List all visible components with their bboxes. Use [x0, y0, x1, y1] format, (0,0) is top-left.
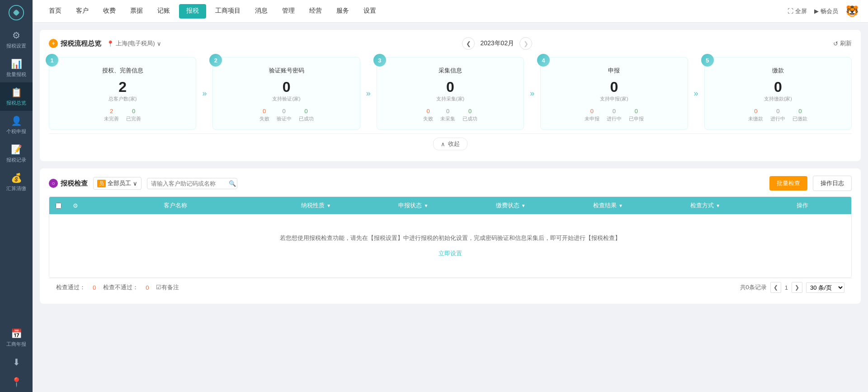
current-page: 1	[785, 284, 788, 291]
avatar[interactable]: 🐯	[845, 5, 859, 18]
play-icon: ▶	[814, 8, 819, 14]
chevron-down-icon: ∨	[157, 40, 161, 47]
sidebar-item-download[interactable]: ⬇	[0, 352, 33, 372]
pagination: 共0条记录 ❮ 1 ❯ 30 条/页 50 条/页 100 条/页	[740, 282, 844, 293]
step-1-title: 授权、完善信息	[102, 67, 143, 75]
filter-filing-icon[interactable]: ▼	[424, 203, 428, 208]
employee-filter[interactable]: 员 全部员工 ∨	[93, 177, 142, 190]
fullscreen-btn[interactable]: ⛶ 全屏	[788, 7, 807, 15]
sidebar-item-location[interactable]: 📍	[0, 372, 33, 392]
user-avatar-icon: 🐯	[845, 5, 859, 18]
pass-count[interactable]: 0	[93, 284, 96, 291]
nav-tax[interactable]: 报税	[179, 4, 206, 19]
nav-invoices[interactable]: 票据	[123, 0, 150, 23]
collapse-bar: ∧ 收起	[49, 134, 852, 154]
next-month-btn[interactable]: ❯	[519, 37, 532, 50]
tax-settings-icon: ⚙	[12, 30, 20, 41]
step-3-label: 支持采集(家)	[436, 96, 464, 102]
step-2-num: 2	[209, 54, 222, 67]
nav-billing[interactable]: 收费	[96, 0, 123, 23]
flow-date-nav: ❮ 2023年02月 ❯	[462, 37, 532, 50]
th-check-result: 检查结果 ▼	[559, 197, 656, 214]
fail-count[interactable]: 0	[146, 284, 149, 291]
sidebar-item-personal-filing[interactable]: 👤 个税申报	[0, 111, 33, 139]
sidebar-item-tax-overview[interactable]: 📋 报税总览	[0, 82, 33, 111]
nav-home[interactable]: 首页	[42, 0, 69, 23]
collapse-button[interactable]: ∧ 收起	[433, 138, 467, 150]
operation-log-button[interactable]: 操作日志	[813, 176, 852, 191]
th-operation: 操作	[754, 197, 851, 214]
flow-title: + 报税流程总览	[49, 39, 101, 48]
search-input[interactable]	[151, 180, 227, 187]
sidebar: ⚙ 报税设置 📊 批量报税 📋 报税总览 👤 个税申报 📝 报税记录 💰 汇算清…	[0, 0, 33, 392]
dropdown-chevron-icon: ∨	[133, 180, 137, 187]
nav-messages[interactable]: 消息	[248, 0, 275, 23]
main-area: 首页 客户 收费 票据 记账 报税 工商项目 消息 管理 经营 服务 设置 ⛶ …	[33, 0, 868, 392]
th-client-name: 客户名称	[84, 197, 268, 214]
th-check-method: 检查方式 ▼	[657, 197, 754, 214]
step-4-num: 4	[537, 54, 550, 67]
check-title: ○ 报税检查	[49, 179, 88, 188]
current-date: 2023年02月	[480, 39, 514, 48]
prev-month-btn[interactable]: ❮	[462, 37, 475, 50]
sidebar-item-annual-report[interactable]: 📅 工商年报	[0, 324, 33, 352]
location-pin-icon: 📍	[107, 40, 114, 47]
step-2-title: 验证账号密码	[269, 67, 304, 75]
arrow-1-2: »	[196, 57, 212, 130]
step-2-stat-2: 0 已成功	[299, 108, 314, 122]
step-5-stat-2: 0 已缴款	[793, 108, 807, 122]
arrow-2-3: »	[360, 57, 377, 130]
per-page-select[interactable]: 30 条/页 50 条/页 100 条/页	[806, 282, 844, 293]
nav-operations[interactable]: 经营	[302, 0, 329, 23]
next-page-btn[interactable]: ❯	[792, 282, 802, 293]
step-3-stat-0: 0 失败	[423, 108, 433, 122]
sidebar-item-reconciliation[interactable]: 💰 汇算清缴	[0, 168, 33, 196]
step-1-stat-0: 2 未完善	[104, 108, 119, 122]
setup-link[interactable]: 立即设置	[439, 250, 462, 257]
nav-services[interactable]: 服务	[329, 0, 356, 23]
sidebar-item-tax-settings[interactable]: ⚙ 报税设置	[0, 25, 33, 54]
location-icon: 📍	[11, 377, 22, 387]
step-5-label: 支持缴款(家)	[764, 96, 792, 102]
step-3-title: 采集信息	[439, 67, 462, 75]
topnav-right: ⛶ 全屏 ▶ 畅会员 🐯	[788, 5, 859, 18]
nav-accounting[interactable]: 记账	[150, 0, 177, 23]
filter-result-icon[interactable]: ▼	[618, 203, 623, 208]
gear-icon[interactable]: ⚙	[73, 202, 78, 209]
batch-check-button[interactable]: 批量检查	[769, 176, 807, 191]
sidebar-item-tax-records[interactable]: 📝 报税记录	[0, 139, 33, 168]
select-all-checkbox[interactable]	[56, 203, 61, 209]
filter-payment-icon[interactable]: ▼	[521, 203, 526, 208]
refresh-button[interactable]: ↺ 刷新	[833, 39, 852, 48]
collapse-icon: ∧	[441, 141, 445, 148]
flow-location[interactable]: 📍 上海(电子税局) ∨	[107, 39, 161, 48]
flow-plus-icon: +	[49, 39, 58, 48]
step-5-count: 0	[774, 78, 782, 96]
tax-records-icon: 📝	[11, 144, 22, 155]
nav-management[interactable]: 管理	[275, 0, 302, 23]
nav-clients[interactable]: 客户	[69, 0, 96, 23]
app-logo	[0, 0, 33, 25]
sidebar-item-batch-tax[interactable]: 📊 批量报税	[0, 54, 33, 82]
step-3-card: 3 采集信息 0 支持采集(家) 0 失败 0 未采集	[377, 57, 524, 130]
pass-label: 检查通过：	[56, 283, 85, 292]
step-2-count: 0	[283, 78, 291, 96]
step-4-stat-2: 0 已申报	[629, 108, 644, 122]
step-5-num: 5	[701, 54, 714, 67]
prev-page-btn[interactable]: ❮	[770, 282, 781, 293]
arrow-4-5: »	[688, 57, 704, 130]
step-5-title: 缴款	[772, 67, 784, 75]
nav-business[interactable]: 工商项目	[208, 0, 248, 23]
refresh-icon: ↺	[833, 40, 838, 47]
nav-settings[interactable]: 设置	[356, 0, 383, 23]
table-empty-message: 若您想使用报税检查功能，请先在【报税设置】中进行报税的初始化设置，完成密码验证和…	[49, 214, 851, 277]
search-icon[interactable]: 🔍	[229, 180, 236, 187]
step-1-count: 2	[118, 78, 127, 96]
member-btn[interactable]: ▶ 畅会员	[814, 7, 838, 15]
page-content: + 报税流程总览 📍 上海(电子税局) ∨ ❮ 2023年02月 ❯ ↺ 刷新	[33, 23, 868, 392]
nav-items: 首页 客户 收费 票据 记账 报税 工商项目 消息 管理 经营 服务 设置	[42, 0, 788, 23]
personal-filing-icon: 👤	[11, 115, 22, 126]
step-5-stat-0: 0 未缴款	[748, 108, 763, 122]
filter-method-icon[interactable]: ▼	[716, 203, 720, 208]
filter-tax-type-icon[interactable]: ▼	[326, 203, 331, 208]
